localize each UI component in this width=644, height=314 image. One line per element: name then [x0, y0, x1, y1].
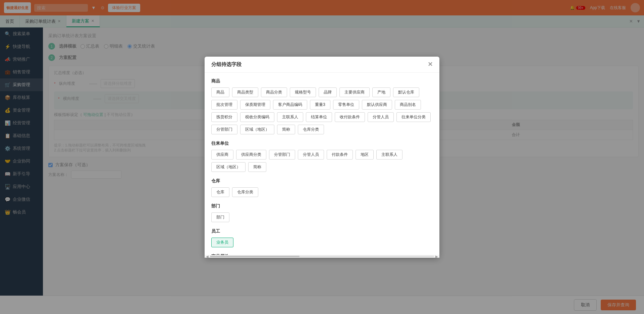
scroll-left-btn[interactable]: ◀ [206, 255, 209, 258]
field-tag-0-15[interactable]: 拣货积分 [211, 112, 237, 122]
section-4: 员工业务员 [211, 228, 433, 247]
field-tag-0-14[interactable]: 商品别名 [395, 100, 421, 110]
field-tag-1-3[interactable]: 分管人员 [298, 150, 324, 160]
dialog-close-btn[interactable]: ✕ [428, 61, 433, 67]
modal-overlay: 分组待选字段 ✕ 商品商品商品类型商品分类规格型号品牌主要供应商产地默认仓库批次… [0, 0, 644, 314]
field-tag-0-17[interactable]: 主联系人 [277, 112, 303, 122]
section-0: 商品商品商品类型商品分类规格型号品牌主要供应商产地默认仓库批次管理保质期管理客户… [211, 78, 433, 134]
field-tag-0-2[interactable]: 商品分类 [261, 87, 287, 97]
field-tag-0-22[interactable]: 分管部门 [211, 125, 237, 134]
dialog-body: 商品商品商品类型商品分类规格型号品牌主要供应商产地默认仓库批次管理保质期管理客户… [205, 73, 439, 255]
field-tag-0-10[interactable]: 客户商品编码 [273, 100, 307, 110]
field-tag-1-2[interactable]: 分管部门 [269, 150, 295, 160]
field-tag-1-8[interactable]: 简称 [248, 162, 266, 172]
section-tags-3: 部门 [211, 212, 433, 222]
field-tag-1-4[interactable]: 付款条件 [327, 150, 353, 160]
field-tag-4-0[interactable]: 业务员 [211, 238, 233, 247]
field-tag-0-0[interactable]: 商品 [211, 87, 229, 97]
field-tag-0-19[interactable]: 收付款条件 [335, 112, 365, 122]
field-tag-0-4[interactable]: 品牌 [319, 87, 337, 97]
field-tag-0-23[interactable]: 区域（地区） [240, 125, 274, 134]
field-tag-0-16[interactable]: 税收分类编码 [240, 112, 274, 122]
field-tag-0-8[interactable]: 批次管理 [211, 100, 237, 110]
field-tag-0-5[interactable]: 主要供应商 [339, 87, 370, 97]
section-title-4: 员工 [211, 228, 433, 234]
field-tag-0-6[interactable]: 产地 [372, 87, 390, 97]
section-tags-1: 供应商供应商分类分管部门分管人员付款条件地区主联系人区域（地区）简称 [211, 150, 433, 172]
field-tag-0-9[interactable]: 保质期管理 [240, 100, 270, 110]
field-tag-0-18[interactable]: 结算单位 [306, 112, 332, 122]
scroll-right-btn[interactable]: ▶ [435, 255, 438, 258]
scroll-track [210, 256, 434, 257]
dialog-scroll-bar: ◀ ▶ [205, 255, 439, 258]
field-tag-3-0[interactable]: 部门 [211, 212, 229, 222]
field-tag-0-13[interactable]: 默认供应商 [362, 100, 392, 110]
dialog-title: 分组待选字段 [211, 61, 241, 68]
section-2: 仓库仓库仓库分类 [211, 178, 433, 197]
field-tag-2-1[interactable]: 仓库分类 [232, 187, 258, 197]
field-tag-1-7[interactable]: 区域（地区） [211, 162, 246, 172]
field-tag-1-5[interactable]: 地区 [356, 150, 374, 160]
section-tags-4: 业务员 [211, 238, 433, 247]
section-title-1: 往来单位 [211, 140, 433, 146]
field-tag-0-3[interactable]: 规格型号 [290, 87, 316, 97]
field-tag-0-21[interactable]: 往来单位分类 [396, 112, 431, 122]
field-tag-1-0[interactable]: 供应商 [211, 150, 233, 160]
section-3: 部门部门 [211, 203, 433, 222]
field-tag-0-7[interactable]: 默认仓库 [393, 87, 419, 97]
field-tag-1-6[interactable]: 主联系人 [376, 150, 402, 160]
field-tag-2-0[interactable]: 仓库 [211, 187, 229, 197]
field-tag-0-1[interactable]: 商品类型 [232, 87, 258, 97]
field-tag-0-20[interactable]: 分管人员 [368, 112, 394, 122]
section-title-0: 商品 [211, 78, 433, 84]
section-tags-0: 商品商品类型商品分类规格型号品牌主要供应商产地默认仓库批次管理保质期管理客户商品… [211, 87, 433, 134]
field-tag-0-12[interactable]: 零售单位 [333, 100, 359, 110]
field-select-dialog: 分组待选字段 ✕ 商品商品商品类型商品分类规格型号品牌主要供应商产地默认仓库批次… [205, 57, 439, 258]
field-tag-0-24[interactable]: 简称 [277, 125, 295, 134]
section-title-3: 部门 [211, 203, 433, 209]
scroll-thumb [210, 256, 300, 257]
section-1: 往来单位供应商供应商分类分管部门分管人员付款条件地区主联系人区域（地区）简称 [211, 140, 433, 172]
field-tag-0-11[interactable]: 重量3 [310, 100, 330, 110]
section-tags-2: 仓库仓库分类 [211, 187, 433, 197]
field-tag-0-25[interactable]: 仓库分类 [298, 125, 324, 134]
dialog-header: 分组待选字段 ✕ [205, 57, 439, 73]
section-title-2: 仓库 [211, 178, 433, 184]
field-tag-1-1[interactable]: 供应商分类 [236, 150, 266, 160]
